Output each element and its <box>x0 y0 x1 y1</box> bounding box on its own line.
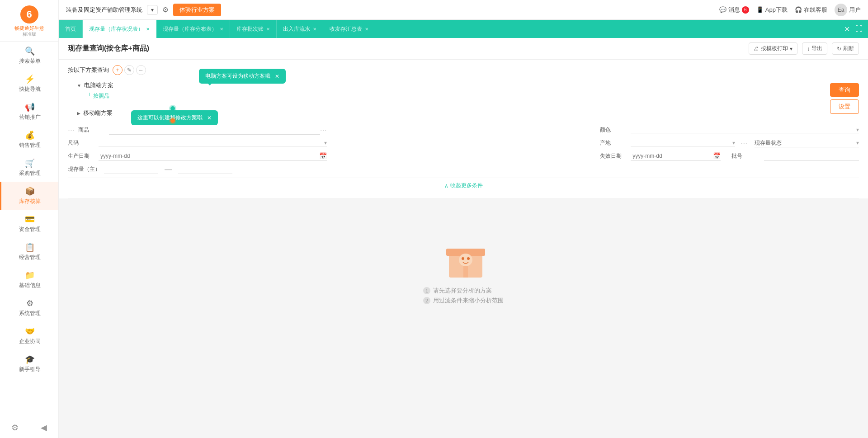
topbar-user-area[interactable]: Ea 用户 <box>835 4 861 16</box>
sidebar-nav: 🔍 搜索菜单 ⚡ 快捷导航 📢 营销推广 💰 销售管理 🛒 采购管理 📦 库存核… <box>0 42 58 417</box>
scheme-pc-section: ▼ 电脑端方案 └ 按照品 <box>77 80 113 101</box>
filter-mfg-date-row: 生产日期 📅 <box>68 151 327 161</box>
print-button[interactable]: 🖨 按模板打印 ▾ <box>749 42 797 55</box>
filter-origin-row: 产地 ▾ ··· 现存量状态 ▾ <box>600 138 859 148</box>
export-icon: ↓ <box>807 46 810 52</box>
topbar-system-title: 装备及固定资产辅助管理系统 <box>66 6 142 14</box>
empty-state: 1 请先选择要分析的方案 2 用过滤条件来缩小分析范围 <box>59 199 868 343</box>
filter-color-select-wrap: ▾ <box>631 127 859 133</box>
filter-color-dropdown-icon[interactable]: ▾ <box>856 127 859 133</box>
sidebar-item-label: 搜索菜单 <box>19 57 41 65</box>
sidebar-item-label: 营销推广 <box>19 113 41 121</box>
message-badge: 6 <box>742 6 749 14</box>
tabbar: 首页 现存量（库存状况表） ✕ 现存量（库存分布表） ✕ 库存批次账 ✕ 出入库… <box>59 20 868 38</box>
print-dropdown-icon: ▾ <box>790 46 793 52</box>
filter-edit-btn[interactable]: ✎ <box>124 65 134 75</box>
filter-exp-date-input[interactable] <box>631 151 712 160</box>
filter-batch-input[interactable] <box>764 151 859 161</box>
topbar-online-support-btn[interactable]: 🎧 在线客服 <box>795 6 827 14</box>
empty-icon-illustration <box>441 235 486 276</box>
refresh-button[interactable]: ↻ 刷新 <box>832 42 859 55</box>
chevron-up-icon: ∧ <box>444 183 448 189</box>
sidebar-item-finance[interactable]: 💳 资金管理 <box>0 210 58 238</box>
reset-button[interactable]: 设置 <box>830 99 859 114</box>
filter-origin-dropdown-icon[interactable]: ▾ <box>732 140 735 146</box>
tab-inventory-status[interactable]: 现存量（库存状况表） ✕ <box>83 20 156 38</box>
tab-batch-ledger[interactable]: 库存批次账 ✕ <box>230 20 277 38</box>
sidebar-item-basic[interactable]: 📁 基础信息 <box>0 266 58 294</box>
sidebar-settings-btn[interactable]: ⚙ <box>9 421 20 434</box>
topbar-app-download-btn[interactable]: 📱 App下载 <box>756 6 788 14</box>
tab-inventory-dist-close[interactable]: ✕ <box>220 27 223 32</box>
topbar-gear-icon[interactable]: ⚙ <box>162 5 169 14</box>
tooltip1-close[interactable]: ✕ <box>275 73 279 80</box>
sidebar-item-inventory[interactable]: 📦 库存核算 <box>0 182 58 210</box>
filter-top-row: 按以下方案查询 + ✎ ← 电脑方案可设为移动方案哦 ✕ <box>68 65 859 75</box>
scheme-tooltip-pc: 电脑方案可设为移动方案哦 ✕ <box>199 69 286 84</box>
sidebar-item-sales[interactable]: 💰 销售管理 <box>0 126 58 154</box>
sidebar: 6 畅捷通好生意 标准版 🔍 搜索菜单 ⚡ 快捷导航 📢 营销推广 💰 销售管理… <box>0 0 59 438</box>
app-logo-icon: 6 <box>20 5 38 24</box>
sidebar-item-label: 系统管理 <box>19 310 41 317</box>
page-content: 现存量查询(按仓库+商品) 🖨 按模板打印 ▾ ↓ 导出 ↻ 刷新 <box>59 38 868 438</box>
collapse-bar[interactable]: ∧ 收起更多条件 <box>68 178 859 193</box>
online-support-label: 在线客服 <box>804 6 827 14</box>
sidebar-item-search[interactable]: 🔍 搜索菜单 <box>0 42 58 70</box>
mfg-date-calendar-icon[interactable]: 📅 <box>319 152 327 160</box>
filter-mfg-date-input[interactable] <box>99 151 319 160</box>
tab-in-out-flow-close[interactable]: ✕ <box>313 27 316 32</box>
sidebar-item-purchase[interactable]: 🛒 采购管理 <box>0 154 58 182</box>
filter-arrow-btn[interactable]: ← <box>136 65 146 75</box>
sidebar-item-operations[interactable]: 📋 经营管理 <box>0 238 58 266</box>
sidebar-item-collab[interactable]: 🤝 企业协同 <box>0 322 58 350</box>
filter-add-btn[interactable]: + <box>113 65 123 75</box>
operations-icon: 📋 <box>25 242 35 252</box>
sidebar-item-marketing[interactable]: 📢 营销推广 <box>0 98 58 126</box>
search-button[interactable]: 查询 <box>830 83 859 97</box>
filter-stock-status-wrap: 现存量状态 ▾ <box>755 139 859 147</box>
export-button[interactable]: ↓ 导出 <box>802 42 827 55</box>
tab-inventory-status-close[interactable]: ✕ <box>146 27 150 32</box>
tabbar-expand-btn[interactable]: ⛶ <box>854 23 864 35</box>
exp-date-calendar-icon[interactable]: 📅 <box>713 152 721 160</box>
tab-in-out-flow[interactable]: 出入库流水 ✕ <box>277 20 323 38</box>
filter-size-dropdown-icon[interactable]: ▾ <box>324 140 327 146</box>
tooltip2-close[interactable]: ✕ <box>207 115 212 121</box>
filter-origin-select-wrap: ▾ <box>631 140 735 146</box>
support-icon: 🎧 <box>795 6 802 13</box>
topbar-system-select-label: ▾ <box>151 7 154 13</box>
main-content: 装备及固定资产辅助管理系统 ▾ ⚙ 体验行业方案 💬 消息 6 📱 App下载 … <box>59 0 868 438</box>
topbar-message-btn[interactable]: 💬 消息 6 <box>719 6 749 14</box>
trial-industry-button[interactable]: 体验行业方案 <box>173 4 221 16</box>
filter-color-row: 颜色 ▾ <box>600 125 859 135</box>
filter-size-select-wrap: ▾ <box>99 140 327 146</box>
filter-product-dots2[interactable]: ··· <box>320 125 327 135</box>
filter-icons: + ✎ ← <box>113 65 146 75</box>
tab-inventory-dist[interactable]: 现存量（库存分布表） ✕ <box>156 20 230 38</box>
sidebar-item-system[interactable]: ⚙ 系统管理 <box>0 294 58 322</box>
tab-home[interactable]: 首页 <box>59 20 83 38</box>
tabbar-close-all-btn[interactable]: ✕ <box>842 23 852 35</box>
purchase-icon: 🛒 <box>25 158 35 168</box>
scheme-pc-child[interactable]: └ 按照品 <box>88 91 113 101</box>
sidebar-item-label: 经营管理 <box>19 254 41 261</box>
sidebar-collapse-btn[interactable]: ◀ <box>39 421 49 434</box>
filter-stock-qty-from-input[interactable] <box>104 165 158 174</box>
filter-batch-label: 批号 <box>731 152 759 160</box>
tab-recv-summary[interactable]: 收发存汇总表 ✕ <box>323 20 375 38</box>
sidebar-item-guide[interactable]: 🎓 新手引导 <box>0 350 58 378</box>
filter-stock-qty-separator: — <box>165 165 172 174</box>
filter-product-input[interactable] <box>109 125 320 135</box>
app-logo-badge: 标准版 <box>23 31 36 38</box>
refresh-icon: ↻ <box>837 46 841 52</box>
filter-stock-status-dropdown-icon[interactable]: ▾ <box>856 140 859 146</box>
sidebar-item-quicknav[interactable]: ⚡ 快捷导航 <box>0 70 58 98</box>
filter-size-row: 尺码 ▾ <box>68 138 327 148</box>
scheme-mobile-parent[interactable]: ▶ 移动端方案 <box>77 107 113 119</box>
tab-batch-ledger-close[interactable]: ✕ <box>266 27 270 32</box>
filter-stock-qty-to-input[interactable] <box>178 165 232 174</box>
tab-recv-summary-close[interactable]: ✕ <box>365 27 368 32</box>
filter-product-dots: ··· <box>68 125 75 135</box>
topbar-system-select[interactable]: ▾ <box>147 5 158 15</box>
scheme-pc-parent[interactable]: ▼ 电脑端方案 <box>77 80 113 91</box>
